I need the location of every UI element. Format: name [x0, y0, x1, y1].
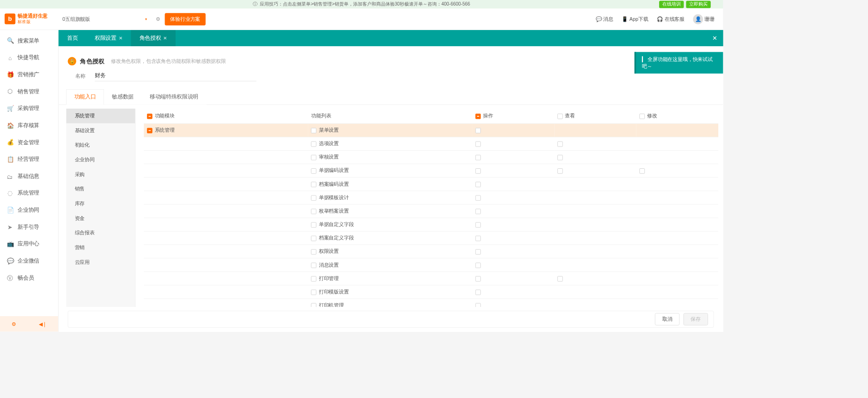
checkbox[interactable]	[475, 303, 481, 307]
checkbox[interactable]	[475, 249, 481, 255]
cell	[636, 299, 719, 307]
sidebar-item-basicinfo-icon: 🗂	[7, 173, 13, 179]
checkbox[interactable]	[475, 168, 481, 174]
checkbox[interactable]	[311, 276, 317, 282]
checkbox[interactable]	[311, 155, 317, 160]
category-item-5[interactable]: 销售	[66, 182, 135, 196]
save-button[interactable]: 保存	[684, 313, 708, 325]
tab-permission-close[interactable]: ✕	[119, 36, 122, 41]
sidebar-item-purchase[interactable]: 🛒采购管理	[0, 100, 58, 117]
checkbox[interactable]	[311, 168, 317, 174]
tab-permission[interactable]: 权限设置✕	[86, 30, 131, 46]
checkbox[interactable]	[557, 113, 563, 119]
sidebar-item-inventory[interactable]: 🏠库存核算	[0, 117, 58, 134]
checkbox[interactable]	[311, 235, 317, 241]
sidebar-item-wechat[interactable]: 💬企业微信	[0, 252, 58, 269]
tab-role-auth[interactable]: 角色授权✕	[131, 30, 176, 46]
checkbox[interactable]	[311, 289, 317, 295]
category-item-4[interactable]: 采购	[66, 167, 135, 182]
checkbox[interactable]	[311, 195, 317, 201]
sidebar-item-guide-label: 新手引导	[18, 224, 39, 231]
category-list: 系统管理基础设置初始化企业协同采购销售库存资金综合报表营销云应用	[66, 109, 135, 307]
sidebar-item-basicinfo[interactable]: 🗂基础信息	[0, 168, 58, 185]
func-label: 单据模板设计	[319, 195, 349, 200]
checkbox-indeterminate[interactable]	[147, 113, 153, 119]
cell	[472, 150, 555, 164]
category-item-7[interactable]: 资金	[66, 211, 135, 226]
hdr-messages[interactable]: 💬消息	[596, 16, 613, 23]
itab-entry[interactable]: 功能入口	[66, 89, 104, 104]
category-item-1[interactable]: 基础设置	[66, 123, 135, 138]
sidebar-item-marketing[interactable]: 🎁营销推广	[0, 66, 58, 83]
sidebar-item-system[interactable]: ◌系统管理	[0, 185, 58, 202]
sidebar-item-operation[interactable]: 📋经营管理	[0, 151, 58, 168]
cell	[472, 272, 555, 285]
category-item-3[interactable]: 企业协同	[66, 153, 135, 167]
checkbox[interactable]	[475, 236, 481, 241]
checkbox[interactable]	[311, 141, 317, 147]
checkbox[interactable]	[475, 182, 481, 187]
itab-mobile[interactable]: 移动端特殊权限说明	[142, 89, 207, 104]
checkbox-indeterminate[interactable]	[147, 128, 153, 133]
category-item-10[interactable]: 云应用	[66, 255, 135, 269]
tab-home[interactable]: 首页	[59, 30, 86, 46]
checkbox[interactable]	[557, 168, 563, 174]
category-item-9[interactable]: 营销	[66, 240, 135, 255]
cell	[554, 272, 636, 285]
category-item-8[interactable]: 综合报表	[66, 226, 135, 240]
checkbox[interactable]	[475, 276, 481, 282]
category-item-6[interactable]: 库存	[66, 196, 135, 211]
sidebar-item-collab[interactable]: 📄企业协同	[0, 202, 58, 219]
checkbox[interactable]	[557, 155, 563, 160]
collapse-icon[interactable]: ◀︎❘	[39, 321, 47, 326]
fullscreen-tip[interactable]: ▎全屏功能在这里哦，快来试试吧～	[635, 52, 723, 73]
notice-btn-buy[interactable]: 立即购买	[686, 0, 710, 8]
notice-btn-training[interactable]: 在线培训	[659, 0, 684, 8]
sidebar-item-search[interactable]: 🔍搜索菜单	[0, 32, 58, 49]
version-select[interactable]: 0五组旗舰版 ▾	[59, 16, 151, 23]
table-row: 单据模板设计	[144, 191, 719, 204]
hdr-app-download[interactable]: 📱App下载	[622, 16, 648, 23]
gear-icon[interactable]: ⚙	[151, 16, 165, 22]
sidebar-item-appcenter[interactable]: 📺应用中心	[0, 236, 58, 253]
func-label: 菜单设置	[319, 127, 339, 133]
checkbox[interactable]	[311, 208, 317, 214]
tabbar-close-all[interactable]: ✕	[707, 30, 723, 46]
settings-icon[interactable]: ⚙	[12, 321, 16, 326]
checkbox[interactable]	[475, 155, 481, 160]
sidebar-item-quicknav[interactable]: ⌂快捷导航	[0, 49, 58, 67]
checkbox[interactable]	[311, 303, 317, 307]
logo-title: 畅捷通好生意	[18, 13, 48, 19]
checkbox[interactable]	[639, 168, 645, 174]
hdr-support[interactable]: 🎧在线客服	[657, 16, 685, 23]
logo[interactable]: b 畅捷通好生意 标准版	[0, 13, 59, 24]
tab-role-auth-close[interactable]: ✕	[163, 36, 167, 41]
checkbox[interactable]	[311, 249, 317, 255]
checkbox[interactable]	[557, 276, 563, 282]
checkbox[interactable]	[475, 141, 481, 147]
checkbox[interactable]	[311, 182, 317, 187]
checkbox[interactable]	[475, 128, 481, 133]
checkbox[interactable]	[639, 113, 645, 119]
checkbox[interactable]	[475, 289, 481, 295]
checkbox[interactable]	[475, 195, 481, 201]
sidebar-item-guide[interactable]: ➤新手引导	[0, 219, 58, 236]
sidebar-item-funds[interactable]: 💰资金管理	[0, 134, 58, 151]
cancel-button[interactable]: 取消	[655, 313, 679, 325]
checkbox[interactable]	[311, 222, 317, 227]
category-item-0[interactable]: 系统管理	[66, 109, 135, 123]
cell	[144, 204, 308, 218]
sidebar-item-member[interactable]: Ⓥ畅会员	[0, 269, 58, 287]
category-item-2[interactable]: 初始化	[66, 138, 135, 153]
sidebar-item-sales[interactable]: ⬡销售管理	[0, 83, 58, 100]
industry-plan-button[interactable]: 体验行业方案	[165, 13, 206, 25]
checkbox[interactable]	[557, 141, 563, 147]
checkbox[interactable]	[311, 263, 317, 268]
hdr-user[interactable]: 👤珊珊	[693, 14, 715, 24]
checkbox[interactable]	[311, 128, 317, 133]
checkbox[interactable]	[475, 222, 481, 227]
checkbox[interactable]	[475, 208, 481, 214]
checkbox-indeterminate[interactable]	[475, 113, 481, 119]
itab-sensitive[interactable]: 敏感数据	[104, 89, 142, 104]
checkbox[interactable]	[475, 263, 481, 268]
